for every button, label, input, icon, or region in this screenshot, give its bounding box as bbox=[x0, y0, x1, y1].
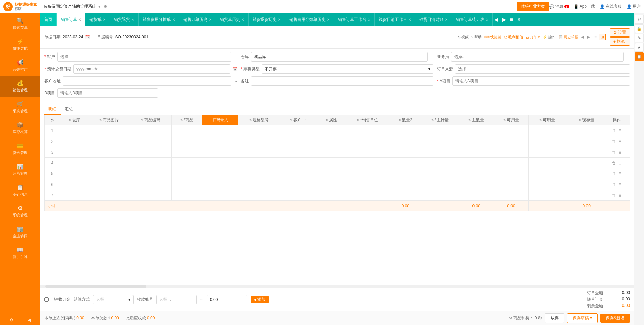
payment-amount-input[interactable] bbox=[207, 295, 247, 304]
tabs-next-btn[interactable]: ▶ bbox=[500, 17, 508, 22]
tab-fee-split[interactable]: 销售费用分摊单 ✕ bbox=[139, 13, 179, 26]
horizontal-scrollbar[interactable] bbox=[40, 285, 634, 288]
address-input[interactable] bbox=[63, 76, 231, 86]
payment-method-select[interactable]: 选择... ▾ bbox=[93, 295, 134, 304]
a-project-input[interactable] bbox=[452, 76, 630, 86]
save-draft-btn[interactable]: 保存草稿 ▾ bbox=[567, 313, 598, 323]
tabs-close-btn[interactable]: ✕ bbox=[515, 17, 523, 22]
row-2-code[interactable] bbox=[130, 136, 172, 147]
tab-refund-history[interactable]: 销货退货历史 ✕ bbox=[249, 13, 285, 26]
settings-icon[interactable]: ⚙ bbox=[104, 4, 107, 9]
row-7-copy-icon[interactable]: ⊞ bbox=[618, 193, 622, 198]
row-5-main-qty[interactable] bbox=[459, 168, 494, 179]
sidebar-collapse-icon[interactable]: ◀ bbox=[28, 318, 31, 322]
tab-sales-refund-close[interactable]: ✕ bbox=[131, 18, 134, 22]
sidebar-item-purchase[interactable]: 🛒 采购管理 bbox=[0, 97, 40, 118]
sidebar-item-inventory[interactable]: 📦 库存核算 bbox=[0, 118, 40, 138]
row-6-main-unit[interactable] bbox=[421, 179, 459, 190]
row-5-copy-icon[interactable]: ⊞ bbox=[618, 171, 622, 176]
profit-link[interactable]: ◎ 毛利预估 bbox=[504, 35, 523, 40]
row-1-customer-code[interactable] bbox=[280, 125, 317, 136]
row-4-warehouse[interactable] bbox=[60, 158, 88, 168]
tab-cash-reconcile-close[interactable]: ✕ bbox=[445, 18, 448, 22]
sidebar-item-marketing[interactable]: 📢 营销推广 bbox=[0, 55, 40, 76]
row-6-spec[interactable] bbox=[238, 179, 280, 190]
row-7-unit[interactable] bbox=[345, 190, 389, 201]
row-3-main-qty[interactable] bbox=[459, 147, 494, 158]
row-1-attr[interactable] bbox=[317, 125, 345, 136]
view-link[interactable]: ⊙ 视频 bbox=[458, 35, 469, 40]
tab-sales-order-close[interactable]: ✕ bbox=[78, 18, 81, 22]
row-1-qty2[interactable] bbox=[389, 125, 421, 136]
row-5-customer-code[interactable] bbox=[280, 168, 317, 179]
shortcut-link[interactable]: ⌨ 快捷键 bbox=[484, 35, 501, 40]
row-4-main-unit[interactable] bbox=[421, 158, 459, 168]
row-4-customer-code[interactable] bbox=[280, 158, 317, 168]
order-source-input[interactable] bbox=[455, 64, 630, 74]
th-scan[interactable]: 扫码录入 bbox=[202, 115, 238, 125]
sidebar-settings-icon[interactable]: ⚙ bbox=[10, 318, 13, 322]
th-qty2-sort-icon[interactable]: ⇅ bbox=[399, 119, 401, 122]
row-2-product[interactable] bbox=[172, 136, 202, 147]
date-value[interactable]: 2023-03-24 bbox=[63, 35, 83, 39]
history-link[interactable]: 📋 历史单据 bbox=[558, 35, 578, 40]
solution-btn[interactable]: 体验行业方案 bbox=[517, 2, 549, 11]
th-spec-sort-icon[interactable]: ⇅ bbox=[249, 119, 252, 122]
row-5-spec[interactable] bbox=[238, 168, 280, 179]
th-code-sort-icon[interactable]: ⇅ bbox=[141, 119, 144, 122]
th-stock-sort-icon[interactable]: ⇅ bbox=[579, 119, 581, 122]
customer-dots[interactable]: ··· bbox=[233, 54, 237, 59]
row-2-attr[interactable] bbox=[317, 136, 345, 147]
row-3-attr[interactable] bbox=[317, 147, 345, 158]
row-5-code[interactable] bbox=[130, 168, 172, 179]
th-available-sort-icon[interactable]: ⇅ bbox=[503, 119, 506, 122]
deposit-checkbox[interactable] bbox=[44, 297, 49, 302]
row-2-warehouse[interactable] bbox=[60, 136, 88, 147]
row-2-main-qty[interactable] bbox=[459, 136, 494, 147]
date-calendar-icon[interactable]: 📅 bbox=[85, 35, 90, 39]
row-2-main-unit[interactable] bbox=[421, 136, 459, 147]
warehouse-dots[interactable]: ··· bbox=[430, 54, 434, 59]
customer-input[interactable] bbox=[57, 52, 231, 62]
row-3-main-unit[interactable] bbox=[421, 147, 459, 158]
row-7-main-qty[interactable] bbox=[459, 190, 494, 201]
invoice-select[interactable]: 不开票 ▾ bbox=[262, 64, 434, 74]
sidebar-item-guide[interactable]: 📖 新手引导 bbox=[0, 243, 40, 263]
row-4-unit[interactable] bbox=[345, 158, 389, 168]
row-4-spec[interactable] bbox=[238, 158, 280, 168]
tab-sales-history[interactable]: 销货单历史 ✕ bbox=[216, 13, 249, 26]
th-customer-code-info-icon[interactable]: ℹ bbox=[305, 118, 307, 122]
save-new-btn[interactable]: 保存&新增 bbox=[600, 314, 630, 323]
tab-workbench-close[interactable]: ✕ bbox=[368, 18, 370, 22]
th-settings[interactable]: ⚙ bbox=[45, 115, 60, 125]
row-6-product[interactable] bbox=[172, 179, 202, 190]
row-1-code[interactable] bbox=[130, 125, 172, 136]
save-draft-dropdown-icon[interactable]: ▾ bbox=[590, 316, 592, 320]
tab-sales-return[interactable]: 销货单 ✕ bbox=[85, 13, 110, 26]
sidebar-item-quick-nav[interactable]: ⚡ 快捷导航 bbox=[0, 34, 40, 55]
row-7-warehouse[interactable] bbox=[60, 190, 88, 201]
row-6-qty2[interactable] bbox=[389, 179, 421, 190]
settings-gear-icon[interactable]: ⚙ bbox=[50, 118, 54, 123]
row-4-attr[interactable] bbox=[317, 158, 345, 168]
row-3-customer-code[interactable] bbox=[280, 147, 317, 158]
right-icon-edit[interactable]: ✎ bbox=[635, 34, 644, 42]
th-available2-sort-icon[interactable]: ⇅ bbox=[539, 119, 542, 122]
delivery-input[interactable] bbox=[73, 64, 230, 74]
row-3-warehouse[interactable] bbox=[60, 147, 88, 158]
sidebar-item-operation[interactable]: 📊 经营管理 bbox=[0, 159, 40, 180]
row-6-attr[interactable] bbox=[317, 179, 345, 190]
tab-refund-history-close[interactable]: ✕ bbox=[278, 18, 281, 22]
card-view-icon[interactable]: ⊞ bbox=[599, 34, 606, 40]
row-1-spec[interactable] bbox=[238, 125, 280, 136]
row-1-unit[interactable] bbox=[345, 125, 389, 136]
row-3-delete-icon[interactable]: 🗑 bbox=[612, 150, 616, 155]
tab-sales-stats[interactable]: 销售订单统计表 ✕ bbox=[452, 13, 493, 26]
row-6-copy-icon[interactable]: ⊞ bbox=[618, 182, 622, 187]
row-3-qty2[interactable] bbox=[389, 147, 421, 158]
tab-cash-reconcile[interactable]: 钱货日清对账 ✕ bbox=[415, 13, 452, 26]
row-2-qty2[interactable] bbox=[389, 136, 421, 147]
row-7-attr[interactable] bbox=[317, 190, 345, 201]
row-6-customer-code[interactable] bbox=[280, 179, 317, 190]
print-link[interactable]: 🖨 打印 ▾ bbox=[526, 35, 540, 40]
